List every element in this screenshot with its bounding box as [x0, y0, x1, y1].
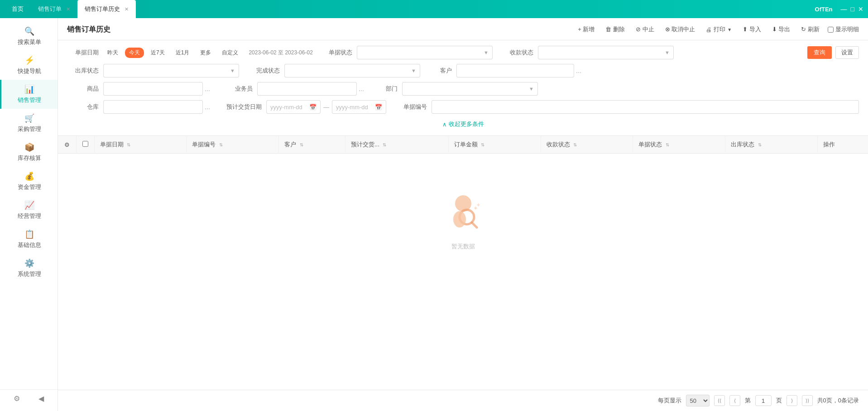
- first-page-btn[interactable]: ⟨⟨: [714, 395, 725, 406]
- delivery-date-from[interactable]: yyyy-mm-dd 📅: [266, 100, 321, 114]
- date-tab-custom[interactable]: 自定义: [218, 48, 242, 58]
- export-button[interactable]: ⬇ 导出: [769, 24, 793, 35]
- th-settings[interactable]: ⚙: [58, 136, 76, 154]
- sidebar-item-operations[interactable]: 📈 经营管理: [0, 196, 58, 225]
- completion-status-select[interactable]: ▼: [284, 64, 420, 77]
- sidebar-item-quick-nav[interactable]: ⚡ 快捷导航: [0, 51, 58, 80]
- search-menu-icon: 🔍: [24, 26, 34, 36]
- page-label-before: 第: [745, 396, 751, 405]
- print-icon: 🖨: [706, 26, 712, 33]
- goods-control: ...: [103, 82, 212, 96]
- sidebar-item-base-info[interactable]: 📋 基础信息: [0, 225, 58, 254]
- refresh-button[interactable]: ↻ 刷新: [798, 24, 822, 35]
- sidebar-item-sales-mgmt[interactable]: 📊 销售管理: [0, 80, 58, 109]
- sidebar-label-inventory: 库存核算: [18, 154, 41, 162]
- order-number-label: 单据编号: [395, 103, 432, 111]
- department-select[interactable]: ▼: [402, 82, 538, 96]
- stop-button[interactable]: ⊘ 中止: [633, 24, 657, 35]
- th-checkbox[interactable]: [76, 136, 94, 154]
- tab-close-sales-history[interactable]: ✕: [125, 6, 129, 12]
- th-order-status[interactable]: 单据状态 ⇅: [633, 136, 725, 154]
- date-tab-7days[interactable]: 近7天: [147, 48, 169, 58]
- delivery-date-range: yyyy-mm-dd 📅 — yyyy-mm-dd 📅: [266, 100, 386, 114]
- th-payment-status[interactable]: 收款状态 ⇅: [541, 136, 633, 154]
- tab-sales-history[interactable]: 销售订单历史 ✕: [77, 0, 136, 18]
- order-status-select[interactable]: ▼: [357, 46, 493, 59]
- date-tab-1month[interactable]: 近1月: [172, 48, 194, 58]
- warehouse-input[interactable]: [103, 100, 203, 114]
- tab-home[interactable]: 首页: [5, 0, 31, 18]
- goods-dots[interactable]: ...: [203, 85, 212, 92]
- date-tab-yesterday[interactable]: 昨天: [103, 48, 122, 58]
- maximize-btn[interactable]: □: [851, 5, 854, 13]
- th-delivery-status[interactable]: 出库状态 ⇅: [725, 136, 818, 154]
- delivery-date-to[interactable]: yyyy-mm-dd 📅: [332, 100, 386, 114]
- next-page-btn[interactable]: ⟩: [786, 395, 797, 406]
- tab-sales-order[interactable]: 销售订单 ✕: [31, 0, 77, 18]
- sidebar-item-search-menu[interactable]: 🔍 搜索菜单: [0, 22, 58, 51]
- department-chevron: ▼: [529, 86, 534, 92]
- settings-button[interactable]: 设置: [835, 46, 859, 59]
- per-page-select[interactable]: 50 10 20 100: [686, 395, 710, 406]
- th-number[interactable]: 单据编号 ⇅: [187, 136, 279, 154]
- page-number-input[interactable]: [755, 395, 772, 406]
- sidebar-label-purchase-mgmt: 采购管理: [18, 125, 41, 133]
- display-detail-toggle[interactable]: 显示明细: [828, 25, 859, 34]
- close-btn[interactable]: ✕: [858, 5, 863, 13]
- query-button[interactable]: 查询: [807, 46, 832, 59]
- svg-line-2: [472, 222, 477, 227]
- th-delivery-date[interactable]: 预计交货... ⇅: [345, 136, 448, 154]
- select-all-checkbox[interactable]: [82, 141, 88, 147]
- operations-icon: 📈: [24, 200, 34, 210]
- th-amount[interactable]: 订单金额 ⇅: [448, 136, 541, 154]
- goods-input[interactable]: [103, 82, 203, 96]
- svg-text:✦: ✦: [476, 202, 481, 208]
- completion-status-chevron: ▼: [411, 68, 416, 73]
- sort-date-icon: ⇅: [127, 142, 130, 147]
- salesperson-dots[interactable]: ...: [357, 85, 366, 92]
- warehouse-dots[interactable]: ...: [203, 103, 212, 111]
- page-label-after: 页: [776, 396, 782, 405]
- print-chevron: ▼: [727, 27, 732, 32]
- customer-input[interactable]: [456, 64, 574, 77]
- filter-row-4: 仓库 ... 预计交货日期 yyyy-mm-dd 📅 — yyyy-mm-dd …: [67, 100, 859, 114]
- th-date[interactable]: 单据日期 ⇅: [94, 136, 187, 154]
- sidebar-item-finance[interactable]: 💰 资金管理: [0, 167, 58, 196]
- sort-delivery-icon: ⇅: [383, 142, 386, 147]
- sidebar-item-inventory[interactable]: 📦 库存核算: [0, 138, 58, 167]
- display-detail-checkbox[interactable]: [828, 27, 834, 33]
- last-page-btn[interactable]: ⟩⟩: [802, 395, 813, 406]
- sidebar-settings-icon[interactable]: ⚙: [14, 394, 20, 403]
- salesperson-input[interactable]: [257, 82, 357, 96]
- delivery-status-chevron: ▼: [230, 68, 235, 73]
- new-button[interactable]: + 新增: [575, 24, 597, 35]
- sidebar: 🔍 搜索菜单 ⚡ 快捷导航 📊 销售管理 🛒 采购管理 📦 库存核算 💰 资金管…: [0, 18, 58, 411]
- prev-page-btn[interactable]: ⟨: [729, 395, 740, 406]
- department-label: 部门: [375, 85, 402, 93]
- payment-status-select[interactable]: ▼: [538, 46, 674, 59]
- sort-number-icon: ⇅: [219, 142, 223, 147]
- payment-status-label: 收款状态: [502, 48, 538, 57]
- customer-dots[interactable]: ...: [574, 67, 583, 74]
- date-range-separator: —: [323, 104, 329, 111]
- base-info-icon: 📋: [24, 229, 34, 239]
- date-tab-more[interactable]: 更多: [196, 48, 215, 58]
- window-controls: OfTEn — □ ✕: [815, 5, 863, 13]
- tab-close-sales-order[interactable]: ✕: [66, 6, 70, 12]
- cancel-stop-button[interactable]: ⊗ 取消中止: [662, 24, 698, 35]
- salesperson-label: 业务员: [221, 85, 257, 93]
- sidebar-item-purchase-mgmt[interactable]: 🛒 采购管理: [0, 109, 58, 138]
- sidebar-label-search-menu: 搜索菜单: [18, 38, 41, 46]
- th-customer[interactable]: 客户 ⇅: [279, 136, 345, 154]
- collapse-bar[interactable]: ∧ 收起更多条件: [67, 118, 859, 130]
- delete-button[interactable]: 🗑 删除: [603, 24, 628, 35]
- delivery-status-select[interactable]: ▼: [103, 64, 239, 77]
- date-tab-today[interactable]: 今天: [125, 48, 144, 58]
- delivery-date-label: 预计交货日期: [221, 103, 266, 111]
- sidebar-collapse-icon[interactable]: ◀: [38, 394, 44, 403]
- print-button[interactable]: 🖨 打印 ▼: [703, 24, 734, 35]
- order-number-input[interactable]: [432, 100, 859, 114]
- import-button[interactable]: ⬆ 导入: [740, 24, 764, 35]
- sidebar-item-system-mgmt[interactable]: ⚙️ 系统管理: [0, 254, 58, 283]
- minimize-btn[interactable]: —: [841, 5, 847, 13]
